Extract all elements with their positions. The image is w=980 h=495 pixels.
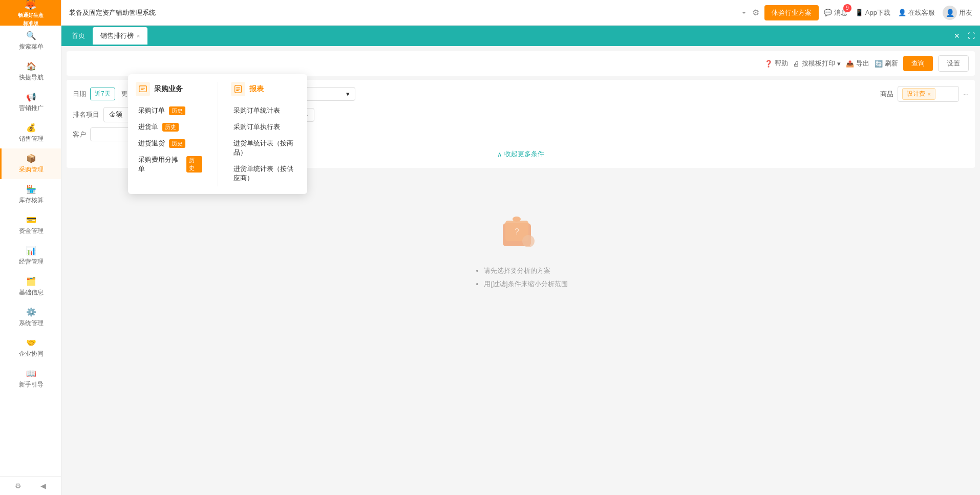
sidebar-label-guide: 新手引导: [19, 380, 44, 389]
user-avatar: 👤: [943, 6, 957, 20]
dropdown-item-purchase-order-exec[interactable]: 采购订单执行表: [231, 119, 300, 135]
customer-label: 客户: [73, 130, 86, 139]
sidebar-icon-cooperation: 🤝: [26, 338, 36, 348]
goods-tag-label: 设计费: [907, 90, 925, 98]
sidebar: 🦊 畅通好生意 标准版 🔍 搜索菜单 🏠 快捷导航 📢 营销推广 💰 销售管理: [0, 0, 61, 495]
industry-solution-btn[interactable]: 体验行业方案: [764, 5, 819, 20]
header-right: 💬 消息 9 📱 App下载 👤 在线客服 👤 用友: [824, 6, 972, 20]
message-badge: 9: [843, 4, 851, 12]
settings-btn[interactable]: 设置: [938, 55, 969, 72]
dropdown-cols: 采购业务 采购订单 历史 进货单 历史 进货退货 历史: [136, 82, 300, 186]
export-icon: 📤: [846, 60, 854, 68]
dropdown-item-purchase-order[interactable]: 采购订单 历史: [136, 102, 205, 119]
sidebar-label-search: 搜索菜单: [19, 42, 44, 51]
empty-illustration: ?: [495, 213, 546, 254]
goods-filter-group: 商品 设计费 × ···: [880, 86, 969, 102]
svg-point-2: [513, 217, 521, 222]
date-btn-7days[interactable]: 近7天: [90, 88, 115, 100]
sidebar-item-operation[interactable]: 📊 经营管理: [0, 241, 61, 271]
rank-label: 排名项目: [73, 110, 99, 119]
print-icon: 🖨: [793, 60, 800, 68]
rank-value: 金额: [109, 110, 122, 119]
message-icon: 💬: [824, 9, 832, 16]
dropdown-item-inbound-stats-goods[interactable]: 进货单统计表（按商品）: [231, 135, 300, 161]
return-label: 进货退货: [138, 139, 165, 148]
header-user[interactable]: 👤 用友: [943, 6, 972, 20]
purchase-order-exec-label: 采购订单执行表: [233, 122, 280, 132]
sidebar-label-operation: 经营管理: [19, 257, 44, 266]
sidebar-icon-basic: 🗂️: [26, 276, 36, 286]
header-title-dropdown[interactable]: [741, 10, 747, 16]
dropdown-item-cost-alloc[interactable]: 采购费用分摊单 历史: [136, 152, 205, 177]
tab-close-icon[interactable]: ×: [137, 33, 140, 39]
purchase-order-history-badge: 历史: [169, 106, 185, 115]
purchase-order-stats-label: 采购订单统计表: [233, 106, 280, 115]
order-status-filter-group: 单据状态 ▾: [222, 87, 872, 101]
sidebar-item-purchase[interactable]: 📦 采购管理: [0, 148, 61, 179]
sidebar-label-marketing: 营销推广: [19, 104, 44, 113]
goods-label: 商品: [880, 90, 893, 99]
print-dropdown-icon: ▾: [837, 60, 841, 68]
toolbar: ❓ 帮助 🖨 按模板打印 ▾ 📤 导出 🔄 刷新 查询 设置: [67, 51, 975, 76]
sidebar-label-cooperation: 企业协同: [19, 350, 44, 358]
print-btn[interactable]: 🖨 按模板打印 ▾: [793, 59, 841, 68]
goods-tag-close[interactable]: ×: [927, 91, 930, 97]
sidebar-nav: 🔍 搜索菜单 🏠 快捷导航 📢 营销推广 💰 销售管理 📦 采购管理: [0, 26, 61, 476]
app-logo: 🦊 畅通好生意 标准版: [0, 0, 61, 26]
tab-home[interactable]: 首页: [64, 27, 93, 45]
purchase-business-col: 采购业务 采购订单 历史 进货单 历史 进货退货 历史: [136, 82, 205, 186]
tab-bar-right: ✕ ⛶: [951, 29, 977, 42]
sidebar-icon-sales: 💰: [26, 123, 36, 133]
query-btn[interactable]: 查询: [903, 56, 933, 71]
header-online-service[interactable]: 👤 在线客服: [898, 8, 935, 17]
header-settings-icon[interactable]: ⚙: [752, 8, 759, 17]
sidebar-icon-system: ⚙️: [26, 307, 36, 317]
sidebar-item-sales[interactable]: 💰 销售管理: [0, 118, 61, 148]
sidebar-label-finance: 资金管理: [19, 227, 44, 235]
help-label: 帮助: [775, 59, 788, 68]
goods-more-icon[interactable]: ···: [963, 90, 969, 98]
goods-tag: 设计费 ×: [902, 88, 935, 100]
header-message[interactable]: 💬 消息 9: [824, 8, 847, 17]
empty-hint-1: 请先选择要分析的方案: [484, 264, 567, 277]
sidebar-settings-btn[interactable]: ⚙: [15, 482, 22, 490]
sidebar-item-nav[interactable]: 🏠 快捷导航: [0, 56, 61, 87]
refresh-icon: 🔄: [875, 60, 883, 68]
dropdown-item-return[interactable]: 进货退货 历史: [136, 135, 205, 152]
goods-select[interactable]: 设计费 ×: [898, 86, 959, 102]
purchase-order-label: 采购订单: [138, 106, 165, 115]
user-name: 用友: [959, 8, 972, 17]
tab-sales-ranking[interactable]: 销售排行榜 ×: [93, 27, 147, 45]
sidebar-item-guide[interactable]: 📖 新手引导: [0, 363, 61, 394]
sidebar-item-cooperation[interactable]: 🤝 企业协同: [0, 333, 61, 363]
collapse-arrow-icon: ∧: [497, 150, 502, 158]
svg-point-3: [522, 235, 535, 247]
sidebar-item-system[interactable]: ⚙️ 系统管理: [0, 302, 61, 333]
header-app-download[interactable]: 📱 App下载: [855, 8, 890, 17]
dropdown-item-purchase-order-stats[interactable]: 采购订单统计表: [231, 102, 300, 119]
tab-maximize-btn[interactable]: ⛶: [965, 29, 977, 42]
sidebar-item-basic[interactable]: 🗂️ 基础信息: [0, 271, 61, 302]
inbound-history-badge: 历史: [162, 123, 179, 132]
purchase-dropdown-menu: 采购业务 采购订单 历史 进货单 历史 进货退货 历史: [128, 74, 307, 194]
dropdown-divider: [218, 82, 218, 186]
inbound-label: 进货单: [138, 122, 158, 132]
sidebar-item-search[interactable]: 🔍 搜索菜单: [0, 26, 61, 56]
content-area: ❓ 帮助 🖨 按模板打印 ▾ 📤 导出 🔄 刷新 查询 设置: [61, 46, 980, 495]
dropdown-item-inbound[interactable]: 进货单 历史: [136, 119, 205, 135]
help-btn[interactable]: ❓ 帮助: [764, 59, 788, 68]
refresh-btn[interactable]: 🔄 刷新: [875, 59, 898, 68]
dropdown-item-inbound-stats-supplier[interactable]: 进货单统计表（按供应商）: [231, 161, 300, 186]
sidebar-label-basic: 基础信息: [19, 288, 44, 297]
report-col-header: 报表: [231, 82, 300, 96]
sidebar-icon-purchase: 📦: [26, 154, 36, 163]
sidebar-item-marketing[interactable]: 📢 营销推广: [0, 87, 61, 118]
sidebar-item-finance[interactable]: 💳 资金管理: [0, 210, 61, 241]
export-label: 导出: [856, 59, 869, 68]
sidebar-collapse-btn[interactable]: ◀: [40, 482, 46, 490]
tab-close-window-btn[interactable]: ✕: [951, 29, 963, 42]
phone-icon: 📱: [855, 9, 863, 16]
export-btn[interactable]: 📤 导出: [846, 59, 869, 68]
inbound-stats-goods-label: 进货单统计表（按商品）: [233, 139, 297, 157]
sidebar-item-inventory[interactable]: 🏪 库存核算: [0, 179, 61, 210]
